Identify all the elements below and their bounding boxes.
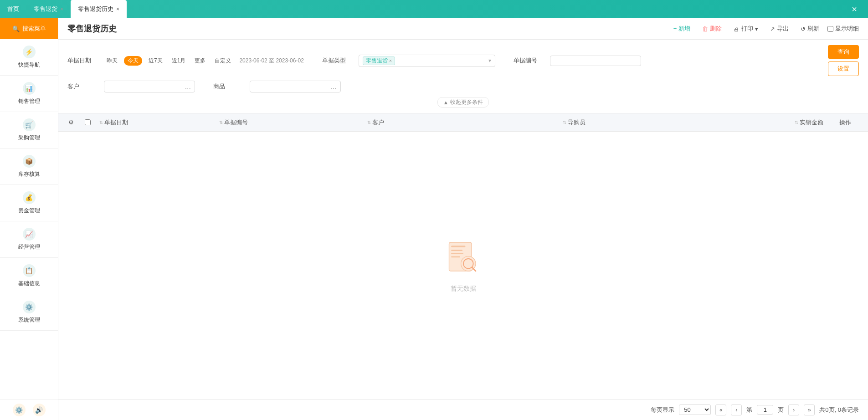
window-close-button[interactable]: × [848, 4, 861, 15]
doc-type-tag-close[interactable]: × [389, 58, 392, 63]
doc-type-select[interactable]: 零售退货 × ▾ [359, 55, 495, 67]
tab-retail-return-label: 零售退货 [34, 5, 57, 13]
tab-retail-return[interactable]: 零售退货 × [26, 0, 71, 18]
export-label: 导出 [777, 25, 789, 33]
refresh-button[interactable]: ↺ 刷新 [797, 23, 823, 35]
sidebar: 🔍 搜索菜单 ⚡ 快捷导航 📊 销售管理 🛒 采购管理 📦 库存核算 💰 [0, 18, 58, 420]
tab-list: 首页 零售退货 × 零售退货历史 × [0, 0, 848, 18]
page-prev-button[interactable]: ‹ [731, 405, 742, 415]
sidebar-item-operations[interactable]: 📈 经营管理 [0, 221, 58, 258]
refresh-label: 刷新 [807, 25, 819, 33]
sidebar-item-system[interactable]: ⚙️ 系统管理 [0, 294, 58, 331]
customer-input[interactable] [108, 83, 185, 90]
table-col-op: 操作 [827, 118, 863, 127]
date-btn-yesterday[interactable]: 昨天 [104, 56, 120, 66]
sidebar-item-quick-nav-label: 快捷导航 [18, 61, 40, 69]
show-detail-checkbox[interactable] [827, 26, 833, 32]
date-btn-more[interactable]: 更多 [192, 56, 208, 66]
col-amount-sort-icon: ⇅ [795, 120, 798, 125]
customer-input-wrap: ... [104, 81, 195, 92]
empty-text: 暂无数据 [451, 285, 476, 293]
delete-label: 删除 [710, 25, 722, 33]
add-button[interactable]: + 新增 [670, 23, 694, 35]
date-btn-7days[interactable]: 近7天 [146, 56, 165, 66]
col-guide-label: 导购员 [568, 118, 586, 127]
table-col-settings[interactable]: ⚙ [63, 119, 79, 126]
settings-bottom-icon[interactable]: ⚙️ [13, 404, 26, 416]
col-customer-label: 客户 [372, 118, 384, 127]
date-btn-today[interactable]: 今天 [124, 56, 142, 66]
page-next-button[interactable]: › [788, 405, 799, 415]
sidebar-item-sales[interactable]: 📊 销售管理 [0, 76, 58, 112]
per-page-label: 每页显示 [651, 406, 674, 414]
tab-home-label: 首页 [7, 5, 19, 13]
filter-row-customer-goods: 客户 ... 商品 ... [67, 81, 859, 92]
table-body: 暂无数据 [58, 132, 868, 399]
print-dropdown-icon: ▾ [755, 26, 758, 32]
doc-type-tag-label: 零售退货 [366, 57, 388, 65]
sidebar-search-button[interactable]: 🔍 搜索菜单 [0, 18, 58, 39]
sidebar-item-quick-nav[interactable]: ⚡ 快捷导航 [0, 39, 58, 76]
table-col-customer[interactable]: ⇅ 客户 [364, 118, 559, 127]
table-wrap: ⚙ ⇅ 单据日期 ⇅ 单据编号 ⇅ 客户 ⇅ [58, 113, 868, 420]
customer-dots-btn[interactable]: ... [185, 82, 191, 91]
query-button[interactable]: 查询 [828, 45, 859, 59]
doc-type-dropdown-arrow: ▾ [488, 57, 491, 64]
page-number-input[interactable] [757, 405, 773, 415]
sidebar-item-inventory[interactable]: 📦 库存核算 [0, 149, 58, 185]
purchase-icon: 🛒 [23, 118, 36, 131]
page-last-button[interactable]: » [804, 405, 815, 415]
pagination: 每页显示 20 50 100 « ‹ 第 页 › » 共0页, 0条记录 [58, 399, 868, 420]
page-unit: 页 [778, 406, 784, 414]
sidebar-item-finance-label: 资金管理 [18, 207, 40, 215]
col-amount-label: 实销金额 [800, 118, 823, 127]
volume-bottom-icon[interactable]: 🔊 [33, 404, 46, 416]
show-detail-wrap: 显示明细 [827, 25, 859, 33]
sidebar-item-sales-label: 销售管理 [18, 97, 40, 105]
customer-label: 客户 [67, 82, 95, 91]
sidebar-search-label: 搜索菜单 [22, 25, 46, 33]
empty-state: 暂无数据 [443, 238, 484, 293]
sidebar-item-purchase[interactable]: 🛒 采购管理 [0, 112, 58, 149]
table-col-checkbox[interactable] [79, 119, 96, 125]
filter-row-date: 单据日期 昨天 今天 近7天 近1月 更多 自定义 2023-06-02 至 2… [67, 45, 859, 76]
goods-dots-btn[interactable]: ... [331, 82, 337, 91]
collapse-label: 收起更多条件 [450, 98, 483, 106]
table-col-amount[interactable]: ⇅ 实销金额 [707, 118, 827, 127]
tab-retail-return-history-label: 零售退货历史 [78, 5, 113, 13]
collapse-bar: ▲ 收起更多条件 [67, 97, 859, 108]
page-first-button[interactable]: « [715, 405, 726, 415]
svg-rect-4 [451, 256, 460, 257]
table-col-num[interactable]: ⇅ 单据编号 [216, 118, 364, 127]
sidebar-item-purchase-label: 采购管理 [18, 134, 40, 142]
sidebar-item-basic-info[interactable]: 📋 基础信息 [0, 258, 58, 294]
per-page-select[interactable]: 20 50 100 [679, 405, 711, 415]
quick-nav-icon: ⚡ [23, 46, 36, 58]
tab-home[interactable]: 首页 [0, 0, 26, 18]
page-header: 零售退货历史 + 新增 🗑 删除 🖨 打印 ▾ ↗ 导出 [58, 18, 868, 40]
date-btn-1month[interactable]: 近1月 [169, 56, 189, 66]
sales-icon: 📊 [23, 82, 36, 95]
doc-num-input[interactable] [554, 57, 637, 64]
goods-input[interactable] [254, 83, 331, 90]
table-col-date[interactable]: ⇅ 单据日期 [96, 118, 216, 127]
collapse-button[interactable]: ▲ 收起更多条件 [437, 97, 489, 108]
table-header: ⚙ ⇅ 单据日期 ⇅ 单据编号 ⇅ 客户 ⇅ [58, 113, 868, 132]
delete-button[interactable]: 🗑 删除 [699, 23, 725, 35]
select-all-checkbox[interactable] [85, 119, 91, 125]
delete-icon: 🗑 [702, 26, 708, 32]
filter-settings-button[interactable]: 设置 [828, 61, 859, 76]
col-op-label: 操作 [839, 118, 851, 127]
svg-rect-1 [451, 246, 466, 247]
top-bar: 首页 零售退货 × 零售退货历史 × × [0, 0, 868, 18]
tab-retail-return-history[interactable]: 零售退货历史 × [71, 0, 127, 18]
header-actions: + 新增 🗑 删除 🖨 打印 ▾ ↗ 导出 ↺ 刷新 [670, 23, 859, 35]
inventory-icon: 📦 [23, 155, 36, 168]
date-btn-custom[interactable]: 自定义 [212, 56, 234, 66]
tab-retail-return-history-close[interactable]: × [116, 6, 119, 12]
sidebar-item-finance[interactable]: 💰 资金管理 [0, 185, 58, 221]
print-button[interactable]: 🖨 打印 ▾ [730, 23, 762, 35]
export-button[interactable]: ↗ 导出 [766, 23, 792, 35]
table-col-guide[interactable]: ⇅ 导购员 [559, 118, 707, 127]
tab-retail-return-close[interactable]: × [60, 6, 63, 12]
